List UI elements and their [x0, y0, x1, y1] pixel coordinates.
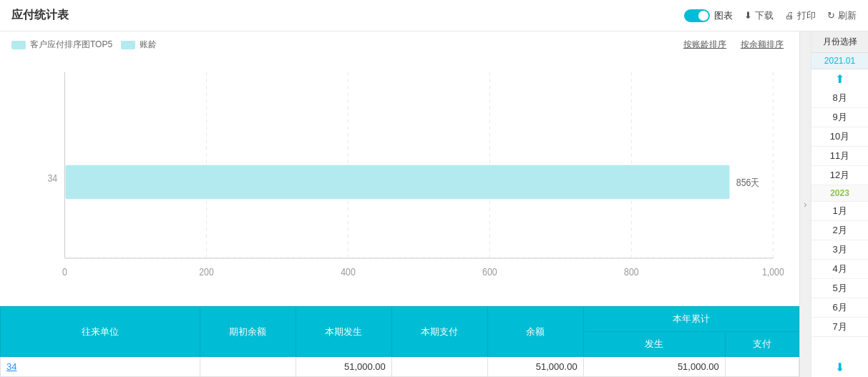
svg-text:400: 400	[341, 266, 356, 278]
chevron-up-icon: ⬆	[835, 72, 844, 86]
col-ytd-paid: 支付	[725, 332, 799, 357]
data-table: 往来单位 期初余额 本期发生 本期支付 余额 本年累计 发生 支付	[0, 306, 799, 377]
month-item-jul[interactable]: 7月	[811, 318, 868, 337]
month-item-sep[interactable]: 9月	[811, 108, 868, 127]
legend-label-top5: 客户应付排序图TOP5	[30, 39, 112, 51]
table-row: 34 51,000.00 51,000.00 51,000.00	[1, 357, 799, 377]
col-ytd: 本年累计	[583, 307, 799, 332]
svg-rect-15	[66, 165, 730, 199]
cell-paid	[391, 357, 487, 377]
chart-toggle-switch[interactable]	[684, 9, 710, 22]
print-label: 打印	[797, 9, 816, 22]
month-item-nov[interactable]: 11月	[811, 147, 868, 166]
table-section: 往来单位 期初余额 本期发生 本期支付 余额 本年累计 发生 支付	[0, 306, 799, 377]
month-item-jan[interactable]: 1月	[811, 202, 868, 221]
page-header: 应付统计表 图表 ⬇ 下载 🖨 打印 ↻ 刷新	[0, 0, 868, 31]
svg-text:1,000: 1,000	[762, 266, 784, 278]
main-content: 客户应付排序图TOP5 账龄 按账龄排序 按余额排序	[0, 31, 868, 377]
month-item-mar[interactable]: 3月	[811, 240, 868, 260]
cell-company[interactable]: 34	[1, 357, 200, 377]
svg-text:600: 600	[482, 266, 497, 278]
month-sidebar: 月份选择 2021.01 ⬆ 8月9月10月11月12月20231月2月3月4月…	[811, 31, 868, 377]
download-icon: ⬇	[744, 10, 752, 21]
month-item-oct[interactable]: 10月	[811, 127, 868, 147]
refresh-button[interactable]: ↻ 刷新	[827, 9, 857, 22]
cell-occurred: 51,000.00	[296, 357, 391, 377]
nav-down-button[interactable]: ⬇	[811, 358, 868, 377]
month-item-jun[interactable]: 6月	[811, 298, 868, 318]
chevron-down-icon: ⬇	[835, 361, 844, 374]
sort-by-age-button[interactable]: 按账龄排序	[679, 37, 731, 52]
print-icon: 🖨	[785, 10, 794, 21]
svg-text:34: 34	[47, 173, 57, 185]
month-list: 8月9月10月11月12月20231月2月3月4月5月6月7月	[811, 89, 868, 358]
col-paid: 本期支付	[391, 307, 487, 357]
col-company: 往来单位	[1, 307, 200, 357]
bar-chart: 0 200 400 600 800 1,000 34 856天	[6, 64, 788, 300]
month-item-year-2023[interactable]: 2023	[811, 185, 868, 202]
col-ytd-occurred: 发生	[583, 332, 725, 357]
cell-balance: 51,000.00	[487, 357, 583, 377]
svg-text:856天: 856天	[736, 177, 760, 189]
col-occurred: 本期发生	[296, 307, 391, 357]
month-item-apr[interactable]: 4月	[811, 260, 868, 279]
page-title: 应付统计表	[11, 8, 69, 23]
col-opening: 期初余额	[200, 307, 296, 357]
chart-legend: 客户应付排序图TOP5 账龄	[11, 39, 157, 51]
nav-up-button[interactable]: ⬆	[811, 69, 868, 89]
svg-text:800: 800	[624, 266, 639, 278]
sidebar-header: 月份选择	[811, 31, 868, 53]
chart-toggle-group[interactable]: 图表	[684, 9, 733, 22]
sort-buttons: 按账龄排序 按余额排序	[679, 37, 788, 52]
cell-opening	[200, 357, 296, 377]
month-item-aug[interactable]: 8月	[811, 89, 868, 108]
chevron-right-icon: ›	[804, 199, 806, 210]
chart-header: 客户应付排序图TOP5 账龄 按账龄排序 按余额排序	[0, 31, 799, 58]
cell-ytd-occurred: 51,000.00	[583, 357, 725, 377]
sidebar-current-date[interactable]: 2021.01	[811, 53, 868, 69]
month-item-dec[interactable]: 12月	[811, 166, 868, 185]
cell-ytd-paid	[725, 357, 799, 377]
month-item-may[interactable]: 5月	[811, 279, 868, 298]
print-button[interactable]: 🖨 打印	[785, 9, 816, 22]
legend-item-account: 账龄	[121, 39, 157, 51]
refresh-label: 刷新	[838, 9, 857, 22]
svg-text:200: 200	[199, 266, 214, 278]
balance-text: 余额	[526, 326, 545, 337]
download-button[interactable]: ⬇ 下载	[744, 9, 774, 22]
chart-toggle-label: 图表	[714, 9, 733, 22]
download-label: 下载	[755, 9, 774, 22]
legend-label-account: 账龄	[140, 39, 157, 51]
table-header-row: 往来单位 期初余额 本期发生 本期支付 余额 本年累计	[1, 307, 799, 332]
svg-text:0: 0	[62, 266, 67, 278]
legend-color-account	[121, 41, 135, 49]
month-item-feb[interactable]: 2月	[811, 221, 868, 240]
chart-section: 客户应付排序图TOP5 账龄 按账龄排序 按余额排序	[0, 31, 799, 377]
refresh-icon: ↻	[827, 10, 835, 21]
header-actions: 图表 ⬇ 下载 🖨 打印 ↻ 刷新	[684, 9, 857, 22]
legend-item-top5: 客户应付排序图TOP5	[11, 39, 112, 51]
legend-color-top5	[11, 41, 26, 49]
sidebar-toggle-button[interactable]: ›	[799, 31, 811, 377]
col-balance: 余额	[487, 307, 583, 357]
sort-by-amount-button[interactable]: 按余额排序	[736, 37, 788, 52]
chart-area: 0 200 400 600 800 1,000 34 856天	[0, 58, 799, 306]
